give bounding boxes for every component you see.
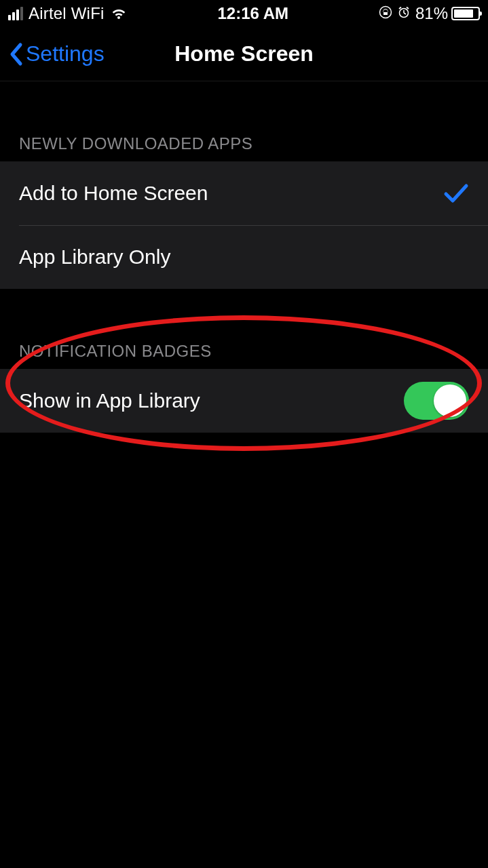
battery-indicator: 81% (415, 4, 480, 23)
section-header-newly-downloaded: NEWLY DOWNLOADED APPS (0, 134, 488, 161)
signal-icon (8, 7, 23, 20)
toggle-show-in-app-library[interactable] (404, 382, 469, 420)
status-left: Airtel WiFi (8, 4, 128, 23)
orientation-lock-icon (379, 5, 392, 22)
row-label: Show in App Library (19, 389, 200, 412)
back-button[interactable]: Settings (8, 41, 105, 66)
svg-line-3 (404, 13, 406, 14)
option-label: App Library Only (19, 245, 170, 269)
list-notification-badges: Show in App Library (0, 369, 488, 433)
row-show-in-app-library[interactable]: Show in App Library (0, 369, 488, 433)
page-title: Home Screen (174, 41, 314, 66)
checkmark-icon (443, 182, 469, 205)
svg-line-4 (399, 7, 401, 9)
nav-bar: Settings Home Screen (0, 27, 488, 81)
chevron-left-icon (8, 42, 24, 66)
wifi-icon (110, 7, 128, 20)
svg-line-5 (407, 7, 409, 9)
status-time: 12:16 AM (218, 4, 288, 23)
spacer (0, 81, 488, 134)
option-app-library-only[interactable]: App Library Only (0, 225, 488, 289)
alarm-icon (397, 5, 411, 22)
toggle-knob (434, 384, 466, 417)
option-label: Add to Home Screen (19, 182, 208, 205)
status-bar: Airtel WiFi 12:16 AM 81% (0, 0, 488, 27)
back-label: Settings (26, 41, 105, 66)
option-add-to-home-screen[interactable]: Add to Home Screen (0, 161, 488, 225)
battery-fill (454, 9, 473, 18)
status-right: 81% (379, 4, 480, 23)
battery-icon (451, 7, 480, 20)
spacer (0, 289, 488, 342)
section-header-notification-badges: NOTIFICATION BADGES (0, 342, 488, 369)
carrier-label: Airtel WiFi (29, 4, 105, 23)
battery-percent: 81% (415, 4, 448, 23)
list-newly-downloaded: Add to Home Screen App Library Only (0, 161, 488, 289)
